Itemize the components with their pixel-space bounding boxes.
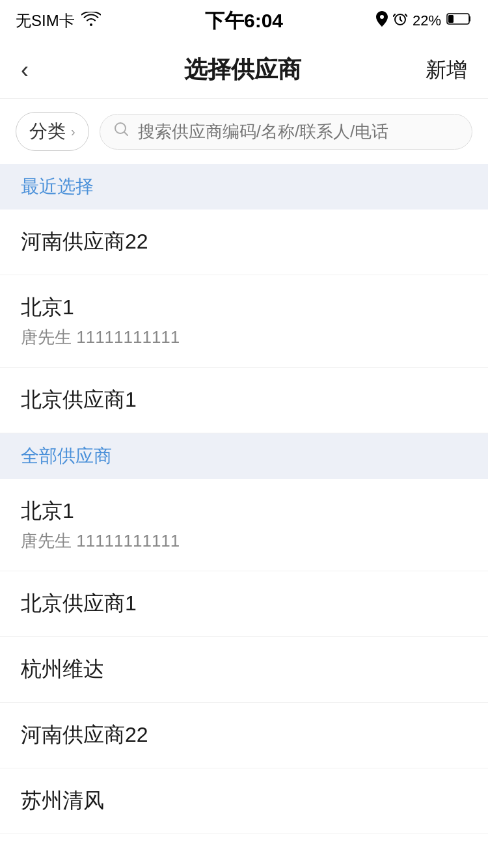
recent-list-item[interactable]: 北京供应商1 <box>0 368 488 433</box>
item-name: 北京1 <box>21 293 467 322</box>
location-icon <box>376 11 388 31</box>
item-name: 北京供应商1 <box>21 386 467 414</box>
status-left: 无SIM卡 <box>16 10 101 31</box>
search-icon <box>113 121 130 142</box>
recent-section-header: 最近选择 <box>0 164 488 210</box>
new-action-button[interactable]: 新增 <box>426 56 467 85</box>
item-name: 北京供应商1 <box>21 590 467 618</box>
item-name: 苏州清风 <box>21 787 467 815</box>
all-items-list: 北京1唐先生 11111111111北京供应商1杭州维达河南供应商22苏州清风 <box>0 479 488 834</box>
all-section-header: 全部供应商 <box>0 433 488 479</box>
recent-section-label: 最近选择 <box>21 176 94 197</box>
recent-items-list: 河南供应商22北京1唐先生 11111111111北京供应商1 <box>0 210 488 433</box>
recent-list-item[interactable]: 河南供应商22 <box>0 210 488 275</box>
battery-label: 22% <box>413 12 441 29</box>
back-button[interactable]: ‹ <box>21 57 60 84</box>
item-name: 北京1 <box>21 497 467 526</box>
item-sub: 唐先生 11111111111 <box>21 530 467 552</box>
recent-list-item[interactable]: 北京1唐先生 11111111111 <box>0 275 488 368</box>
alarm-icon <box>393 12 407 30</box>
search-box[interactable] <box>100 114 472 150</box>
status-time: 下午6:04 <box>205 8 283 34</box>
carrier-label: 无SIM卡 <box>16 10 75 31</box>
filter-bar: 分类 › <box>0 99 488 164</box>
item-name: 河南供应商22 <box>21 228 467 256</box>
search-input[interactable] <box>138 122 459 142</box>
page-title: 选择供应商 <box>184 54 301 86</box>
category-label: 分类 <box>29 119 66 144</box>
all-list-item[interactable]: 杭州维达 <box>0 637 488 703</box>
status-bar: 无SIM卡 下午6:04 22% <box>0 0 488 42</box>
all-list-item[interactable]: 北京供应商1 <box>0 571 488 637</box>
item-name: 河南供应商22 <box>21 721 467 750</box>
category-filter-button[interactable]: 分类 › <box>16 112 89 151</box>
all-list-item[interactable]: 河南供应商22 <box>0 703 488 768</box>
battery-icon <box>446 12 472 29</box>
all-list-item[interactable]: 北京1唐先生 11111111111 <box>0 479 488 571</box>
all-section-label: 全部供应商 <box>21 446 112 466</box>
all-list-item[interactable]: 苏州清风 <box>0 768 488 834</box>
chevron-right-icon: › <box>71 124 75 139</box>
svg-rect-2 <box>448 15 454 23</box>
item-sub: 唐先生 11111111111 <box>21 326 467 349</box>
status-right: 22% <box>376 11 472 31</box>
nav-bar: ‹ 选择供应商 新增 <box>0 42 488 99</box>
item-name: 杭州维达 <box>21 655 467 684</box>
wifi-icon <box>81 12 101 30</box>
